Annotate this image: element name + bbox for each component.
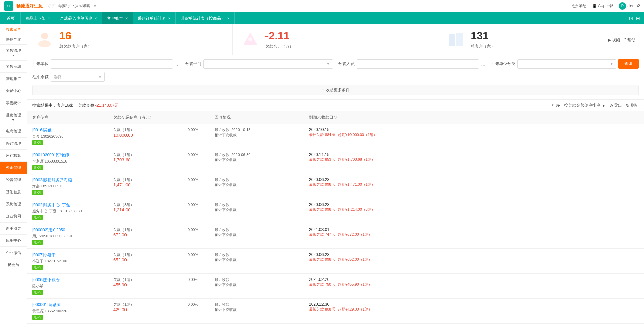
filter-person-input[interactable]	[357, 59, 479, 69]
debt-amount-0[interactable]: 10,000.00	[113, 132, 177, 138]
sidebar-item-beginner-guide[interactable]: 新手引导	[0, 223, 27, 235]
overdue-days-4: 最长欠款 747 天 超期¥672.00（1笔）	[309, 232, 639, 237]
tab-product-listing-close[interactable]: ✕	[48, 17, 50, 20]
tab-goods-stats-close[interactable]: ✕	[227, 17, 230, 20]
cell-customer-3: [0002]服务中心_丁磊 服务中心_丁磊 181 0125 8371 现销	[27, 199, 108, 224]
debt-amount-4[interactable]: 672.00	[113, 232, 177, 237]
sidebar-item-retail-mgmt[interactable]: 零售管理 ▲	[0, 45, 27, 61]
stat-total-customers-label: 总客户（家）	[471, 43, 495, 49]
tab-customer-ledger-close[interactable]: ✕	[125, 17, 128, 20]
store-dropdown-icon[interactable]: ▼	[93, 4, 97, 8]
data-table: 客户信息 欠款交易信息（占比） 回收情况 到期未收款日期 [0016]吴俊 吴俊…	[27, 111, 644, 324]
window-restore-icon[interactable]: ⊡	[629, 16, 633, 21]
customer-name-6[interactable]: [0006]去下粮仓	[32, 277, 103, 283]
sidebar-item-purchase-mgmt-label: 采购管理	[6, 141, 21, 146]
app-download-btn[interactable]: 📱 App下载	[592, 3, 613, 9]
sidebar-item-retail-stats[interactable]: 零售统计	[0, 97, 27, 109]
sidebar-item-system-mgmt-label: 系统管理	[6, 202, 21, 207]
filter-row-2: 往来余额 选择... ▼	[32, 72, 639, 82]
sidebar-item-enterprise-wechat[interactable]: 企业微信	[0, 247, 27, 259]
debt-amount-1[interactable]: 1,703.68	[113, 157, 177, 163]
customer-name-4[interactable]: [000002]用户2050	[32, 227, 103, 233]
customer-name-0[interactable]: [0016]吴俊	[32, 127, 103, 133]
cell-debt-info-5: 欠款（1笔） 652.00	[108, 249, 182, 274]
user-avatar[interactable]: D demo2	[619, 2, 640, 10]
debt-amount-5[interactable]: 652.00	[113, 257, 177, 262]
customer-name-3[interactable]: [0002]服务中心_丁磊	[32, 202, 103, 208]
sidebar-item-operations[interactable]: 经营管理	[0, 174, 27, 186]
cell-customer-2: [0003]畅捷服务尹海燕 海燕 18513066976 现销	[27, 174, 108, 199]
sidebar-item-purchase-mgmt[interactable]: 采购管理	[0, 138, 27, 150]
search-button[interactable]: 查询	[618, 59, 639, 69]
sidebar-search[interactable]: 搜索菜单	[0, 24, 27, 35]
overdue-amount-6[interactable]: 超期¥455.90（1笔）	[338, 282, 372, 286]
overdue-days-7: 最长欠款 808 天 超期¥429.00（1笔）	[309, 307, 639, 312]
video-btn[interactable]: ▶ 视频	[608, 37, 620, 43]
tab-goods-stats[interactable]: 进货单统计表（按商品） ✕	[176, 12, 235, 24]
customer-name-5[interactable]: [0007]小迸干	[32, 252, 103, 258]
help-btn[interactable]: ? 帮助	[624, 37, 636, 43]
store-selector[interactable]: 母婴行业演示账套	[58, 3, 90, 9]
collapse-bar[interactable]: ⌃ 收起更多条件	[32, 85, 639, 95]
customer-name-7[interactable]: [000001]黄思源	[32, 302, 103, 308]
tab-purchase-stats[interactable]: 采购订单统计表 ✕	[133, 12, 176, 24]
overdue-amount-4[interactable]: 超期¥672.00（1笔）	[338, 232, 372, 236]
due-date-5: 2020.06.23	[309, 252, 639, 257]
sidebar-item-app-center[interactable]: 应用中心	[0, 235, 27, 247]
refresh-btn[interactable]: ↻ 刷新	[626, 102, 639, 108]
filter-person-dots[interactable]: …	[481, 61, 486, 67]
debt-amount-2[interactable]: 1,471.00	[113, 182, 177, 187]
sidebar-item-basic-info[interactable]: 基础信息	[0, 186, 27, 198]
sidebar-item-changhui[interactable]: 畅会员	[0, 259, 27, 271]
cell-overdue-5: 2020.06.23 最长欠款 998 天 超期¥652.00（1笔）	[304, 249, 644, 274]
export-btn[interactable]: ⊙ 导出	[610, 102, 622, 108]
sidebar-item-marketing[interactable]: 营销推广	[0, 73, 27, 85]
message-btn[interactable]: 💬 消息	[572, 3, 587, 9]
sidebar-item-inventory[interactable]: 库存核算	[0, 150, 27, 162]
sidebar-item-finance[interactable]: 资金管理	[0, 162, 27, 174]
tab-product-listing[interactable]: 商品上下架 ✕	[21, 12, 55, 24]
filter-balance-select[interactable]: 选择... ▼	[51, 72, 105, 82]
filter-vendor-input[interactable]	[51, 59, 173, 69]
filter-vendor-dots[interactable]: …	[175, 61, 180, 67]
overdue-amount-7[interactable]: 超期¥429.00（1笔）	[338, 307, 372, 311]
cell-pct-7: 0.00%	[182, 299, 209, 324]
sidebar-item-member-center[interactable]: 会员中心	[0, 85, 27, 97]
sidebar-item-enterprise-collab[interactable]: 企业协同	[0, 210, 27, 223]
debt-amount-6[interactable]: 455.90	[113, 282, 177, 287]
sidebar-item-app-center-label: 应用中心	[6, 238, 21, 243]
stat-debt-total-value: -2.11 欠款合计（万）	[265, 30, 293, 49]
tab-home[interactable]: 首页	[1, 12, 21, 24]
sidebar-item-retail-mall[interactable]: 零售商城	[0, 61, 27, 73]
due-date-3: 2020.06.23	[309, 202, 639, 207]
overdue-amount-3[interactable]: 超期¥1,214.00（3笔）	[338, 207, 375, 211]
nav-tabs: 首页 商品上下架 ✕ 产成品入库单历史 ✕ 客户账本 ✕ 采购订单统计表 ✕ 进…	[0, 12, 644, 24]
tab-warehouse-history[interactable]: 产成品入库单历史 ✕	[55, 12, 102, 24]
tab-warehouse-history-close[interactable]: ✕	[94, 17, 97, 20]
sidebar-item-ecommerce[interactable]: 电商管理	[0, 125, 27, 138]
sidebar-item-system-mgmt[interactable]: 系统管理	[0, 198, 27, 210]
overdue-amount-1[interactable]: 超期¥1,703.68（1笔）	[338, 157, 375, 161]
customer-name-1[interactable]: [0001020001]李老师	[32, 152, 103, 158]
window-maximize-icon[interactable]: ⊞	[636, 16, 640, 21]
debt-amount-7[interactable]: 429.00	[113, 307, 177, 312]
filter-dept-select[interactable]: ▼	[203, 59, 333, 69]
tab-customer-ledger[interactable]: 客户账本 ✕	[102, 12, 133, 24]
overdue-amount-0[interactable]: 超期¥10,000.00（1笔）	[338, 132, 377, 137]
cell-pct-0: 0.00%	[182, 124, 209, 149]
customer-tag-1: 现销	[32, 165, 43, 170]
th-overdue-date: 到期未收款日期	[304, 111, 644, 124]
collapse-icon: ⌃	[321, 88, 326, 92]
sort-btn[interactable]: 排序：按欠款金额倒序排序 ▼	[552, 102, 606, 108]
debt-amount-3[interactable]: 1,214.00	[113, 207, 177, 212]
tab-purchase-stats-close[interactable]: ✕	[168, 17, 171, 20]
filter-vendor-category-select[interactable]: ▼	[517, 59, 616, 69]
overdue-amount-5[interactable]: 超期¥652.00（1笔）	[338, 257, 372, 261]
overdue-amount-2[interactable]: 超期¥1,471.00（1笔）	[338, 182, 375, 186]
sidebar-quick-nav[interactable]: 快捷导航	[0, 35, 27, 45]
customer-name-2[interactable]: [0003]畅捷服务尹海燕	[32, 177, 103, 183]
sidebar-item-wholesale-mgmt[interactable]: 批发管理 ▼	[0, 109, 27, 125]
customer-phone-2: 海燕 18513066976	[32, 184, 103, 189]
nav-label: 示胆	[45, 3, 55, 8]
stat-card-debt-customers: 16 总欠款客户（家）	[27, 24, 233, 55]
